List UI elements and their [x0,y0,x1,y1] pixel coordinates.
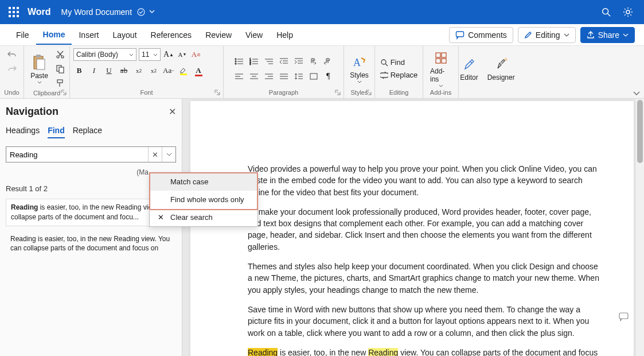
comment-marker-icon[interactable] [619,312,629,322]
font-name-select[interactable]: Calibri (Body) [73,48,136,61]
change-case-button[interactable]: Aa [163,65,174,76]
menu-home[interactable]: Home [36,25,72,45]
addins-icon [433,50,449,66]
app-launcher-icon[interactable] [5,3,23,21]
document-title[interactable]: My Word Document [61,7,132,17]
redo-button[interactable] [6,63,18,75]
increase-indent-button[interactable] [292,55,306,68]
paragraph-launcher-icon[interactable] [335,90,342,96]
line-spacing-button[interactable] [292,70,306,83]
rtl-direction-button[interactable] [322,55,335,68]
menu-view[interactable]: View [239,26,270,44]
menu-insert[interactable]: Insert [72,26,106,44]
clear-formatting-button[interactable]: A⊘ [190,49,202,60]
justify-button[interactable] [277,70,291,83]
show-marks-button[interactable]: ¶ [322,70,335,83]
menu-file[interactable]: File [9,26,36,44]
decrease-indent-button[interactable] [277,55,291,68]
nav-tab-replace[interactable]: Replace [73,126,102,138]
result-highlight: Reading [114,235,139,243]
clear-search-label: Clear search [170,213,213,222]
find-label: Find [391,58,405,67]
editing-group-label: Editing [389,89,409,97]
designer-button[interactable]: Designer [484,55,518,83]
svg-point-9 [138,9,145,16]
align-center-button[interactable] [247,70,261,83]
svg-rect-60 [310,73,317,79]
nav-tab-headings[interactable]: Headings [6,126,40,138]
styles-launcher-icon[interactable] [366,90,373,96]
replace-button[interactable]: Replace [378,69,420,80]
bold-button[interactable]: B [73,65,85,76]
numbering-button[interactable]: 123 [247,55,261,68]
menu-help[interactable]: Help [270,26,300,44]
svg-text:A: A [353,57,361,68]
find-button[interactable]: Find [378,57,420,68]
addins-button[interactable]: Add-ins [427,49,455,88]
bullets-button[interactable] [232,55,246,68]
font-size-select[interactable]: 11 [139,48,161,61]
ribbon-collapse-icon[interactable] [633,90,641,96]
strikethrough-button[interactable]: ab [118,65,130,76]
document-title-dropdown-icon[interactable] [149,9,156,16]
navigation-pane: Navigation ✕ Headings Find Replace ✕ (Ma… [0,99,182,356]
format-painter-button[interactable] [54,77,67,90]
comments-button[interactable]: Comments [449,27,513,43]
nav-tab-find[interactable]: Find [48,126,65,138]
copy-button[interactable] [54,63,67,75]
font-launcher-icon[interactable] [214,90,221,96]
find-highlight-current: Reading [248,348,278,356]
svg-point-62 [381,60,386,64]
menu-references[interactable]: References [144,26,199,44]
share-label: Share [598,30,619,40]
font-size-value: 11 [142,51,149,59]
document-page[interactable]: Video provides a powerful way to help yo… [190,101,634,356]
find-input[interactable] [6,150,148,159]
search-options-dropdown-icon[interactable] [162,147,175,162]
menu-layout[interactable]: Layout [106,26,143,44]
align-right-button[interactable] [262,70,276,83]
superscript-button[interactable]: x2 [148,65,159,76]
vertical-scrollbar[interactable] [636,99,644,356]
multilevel-list-button[interactable] [262,55,276,68]
paste-button[interactable]: Paste [27,53,52,85]
find-search-box: ✕ [6,146,176,162]
styles-button[interactable]: A Styles [346,53,372,84]
scrollbar-thumb[interactable] [637,100,643,163]
ribbon-group-undo: Undo [0,46,24,98]
title-bar: Word My Word Document [0,0,644,24]
whole-words-option[interactable]: Find whole words only [150,191,257,208]
highlight-color-button[interactable] [178,65,189,76]
undo-group-label: Undo [4,89,19,97]
editor-button[interactable]: Editor [456,55,481,83]
editing-mode-button[interactable]: Editing [518,27,576,43]
clear-search-option[interactable]: ✕ Clear search [150,208,257,226]
decrease-font-button[interactable]: A▼ [177,49,188,60]
subscript-button[interactable]: x2 [133,65,145,76]
clipboard-launcher-icon[interactable] [61,90,68,96]
undo-button[interactable] [6,48,18,61]
clipboard-group-label: Clipboard [33,90,60,98]
italic-button[interactable]: I [88,65,100,76]
menu-review[interactable]: Review [198,26,239,44]
font-color-button[interactable]: A [193,65,204,76]
match-case-option[interactable]: Match case [150,173,257,191]
borders-button[interactable] [307,70,321,83]
paragraph: To make your document look professionall… [248,206,602,253]
share-button[interactable]: Share [580,27,635,43]
whole-words-label: Find whole words only [170,195,244,204]
match-case-label: Match case [170,177,208,186]
search-icon[interactable] [600,6,612,18]
underline-button[interactable]: U [103,65,115,76]
settings-gear-icon[interactable] [622,6,634,18]
align-left-button[interactable] [232,70,246,83]
svg-line-11 [608,14,611,17]
ribbon-group-addins: Add-ins Add-ins [423,46,459,98]
svg-text:3: 3 [249,62,251,65]
increase-font-button[interactable]: A▲ [163,49,174,60]
find-result-2[interactable]: Reading is easier, too, in the new Readi… [6,231,176,257]
clear-search-icon[interactable]: ✕ [148,147,162,162]
ltr-direction-button[interactable] [307,55,321,68]
navigation-close-icon[interactable]: ✕ [169,106,176,117]
cut-button[interactable] [54,48,67,61]
